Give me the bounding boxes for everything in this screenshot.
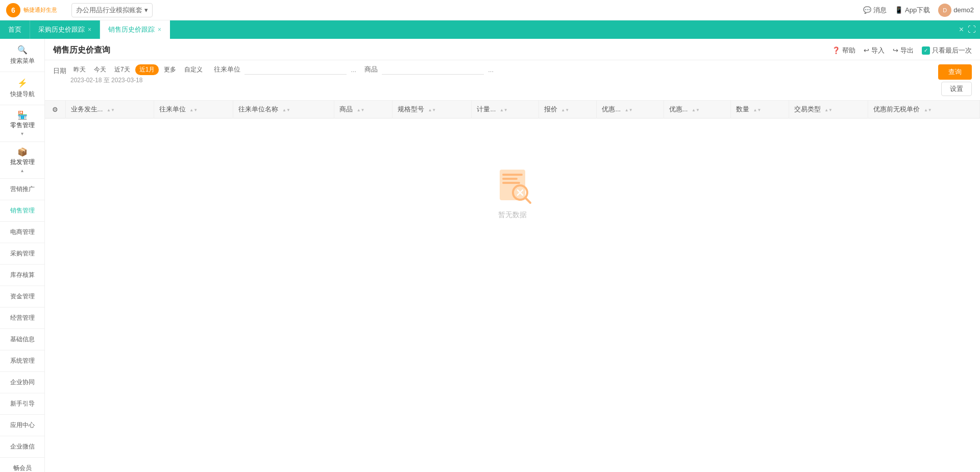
partner-filter-group: 往来单位 ... xyxy=(214,64,356,75)
main-layout: 🔍 搜索菜单 ⚡ 快捷导航 🏪 零售管理 ▾ 📦 批发管理 ▴ 营销推广 销售管… xyxy=(0,39,980,472)
tab-purchase-history[interactable]: 采购历史价跟踪 × xyxy=(30,20,100,39)
sidebar-item-marketing[interactable]: 营销推广 xyxy=(0,179,44,200)
partner-input[interactable] xyxy=(244,64,347,75)
sidebar-item-enterprise[interactable]: 企业协同 xyxy=(0,372,44,393)
date-btn-custom[interactable]: 自定义 xyxy=(181,64,206,75)
sidebar-item-finance[interactable]: 资金管理 xyxy=(0,286,44,308)
col-partner-name[interactable]: 往来单位名称 ▲▼ xyxy=(233,101,334,119)
sort-icon-product: ▲▼ xyxy=(357,108,365,112)
sidebar-item-system-label: 系统管理 xyxy=(10,357,35,365)
sort-icon-quantity: ▲▼ xyxy=(753,108,761,112)
sidebar-item-search[interactable]: 🔍 搜索菜单 xyxy=(0,39,44,72)
col-spec[interactable]: 规格型号 ▲▼ xyxy=(392,101,472,119)
tab-bar-actions: × ⛶ xyxy=(959,25,980,34)
col-biz-date[interactable]: 业务发生... ▲▼ xyxy=(65,101,154,119)
sidebar-item-appstore[interactable]: 应用中心 xyxy=(0,415,44,436)
app-download-button[interactable]: 📱 App下载 xyxy=(895,6,930,15)
sidebar: 🔍 搜索菜单 ⚡ 快捷导航 🏪 零售管理 ▾ 📦 批发管理 ▴ 营销推广 销售管… xyxy=(0,39,45,472)
sidebar-item-wholesale-label: 批发管理 xyxy=(10,158,35,167)
fullscreen-button[interactable]: ⛶ xyxy=(968,25,976,34)
logo-area: 6 畅捷通好生意 xyxy=(6,3,57,17)
page-title: 销售历史价查询 xyxy=(53,45,110,56)
date-range-display: 2023-02-18 至 2023-03-18 xyxy=(70,76,206,85)
sidebar-item-inventory[interactable]: 库存核算 xyxy=(0,265,44,286)
sidebar-item-shortcut[interactable]: ⚡ 快捷导航 xyxy=(0,72,44,105)
col-settings[interactable]: ⚙ xyxy=(45,101,65,119)
sidebar-item-system[interactable]: 系统管理 xyxy=(0,350,44,372)
avatar: D xyxy=(938,4,951,17)
sidebar-item-wechat-label: 企业微信 xyxy=(10,442,35,451)
page-actions: ❓ 帮助 ↩ 导入 ↪ 导出 ✓ 只看最后一次 xyxy=(832,46,972,55)
col-trade-type[interactable]: 交易类型 ▲▼ xyxy=(789,101,868,119)
date-btn-1month[interactable]: 近1月 xyxy=(135,64,159,75)
sort-icon-biz-date: ▲▼ xyxy=(107,108,115,112)
sidebar-item-retail[interactable]: 🏪 零售管理 ▾ xyxy=(0,105,44,142)
sidebar-item-member[interactable]: 畅会员 xyxy=(0,458,44,472)
close-all-tabs-button[interactable]: × xyxy=(959,25,964,34)
help-button[interactable]: ❓ 帮助 xyxy=(832,46,855,55)
app-selector[interactable]: 办公用品行业模拟账套 ▾ xyxy=(71,3,153,17)
sidebar-item-basic-label: 基础信息 xyxy=(10,335,35,344)
top-header: 6 畅捷通好生意 办公用品行业模拟账套 ▾ 💬 消息 📱 App下载 D dem… xyxy=(0,0,980,20)
query-button[interactable]: 查询 xyxy=(938,64,972,80)
sidebar-item-ecommerce-label: 电商管理 xyxy=(10,228,35,237)
product-filter-label: 商品 xyxy=(364,65,378,74)
import-button[interactable]: ↩ 导入 xyxy=(864,46,885,55)
tab-home-label: 首页 xyxy=(8,25,21,34)
svg-rect-3 xyxy=(502,182,520,184)
header-right: 💬 消息 📱 App下载 D demo2 xyxy=(863,4,974,17)
sidebar-item-purchase-label: 采购管理 xyxy=(10,249,35,258)
col-unit[interactable]: 计量... ▲▼ xyxy=(472,101,538,119)
partner-filter-label: 往来单位 xyxy=(214,65,240,74)
sidebar-item-guide[interactable]: 新手引导 xyxy=(0,393,44,415)
col-product[interactable]: 商品 ▲▼ xyxy=(334,101,393,119)
setting-button[interactable]: 设置 xyxy=(941,82,972,96)
date-btn-today[interactable]: 今天 xyxy=(91,64,109,75)
product-filter-group: 商品 ... xyxy=(364,64,494,75)
message-icon: 💬 xyxy=(863,6,871,14)
sort-icon-pretax-price: ▲▼ xyxy=(924,108,932,112)
col-discount1[interactable]: 优惠... ▲▼ xyxy=(597,101,664,119)
col-discount2[interactable]: 优惠... ▲▼ xyxy=(664,101,730,119)
sort-icon-unit: ▲▼ xyxy=(500,108,508,112)
col-quantity[interactable]: 数量 ▲▼ xyxy=(730,101,789,119)
wholesale-expand-icon: ▴ xyxy=(21,168,23,173)
export-icon: ↪ xyxy=(893,46,898,54)
only-last-checkbox[interactable]: ✓ 只看最后一次 xyxy=(922,46,972,55)
sidebar-item-wechat[interactable]: 企业微信 xyxy=(0,436,44,458)
date-btn-more[interactable]: 更多 xyxy=(161,64,179,75)
data-table: ⚙ 业务发生... ▲▼ 往来单位 ▲▼ 往来单位名称 ▲▼ xyxy=(45,101,980,119)
tab-purchase-label: 采购历史价跟踪 xyxy=(38,25,85,34)
sidebar-item-marketing-label: 营销推广 xyxy=(10,185,35,194)
export-button[interactable]: ↪ 导出 xyxy=(893,46,914,55)
tab-sales-history[interactable]: 销售历史价跟踪 × xyxy=(100,20,170,39)
sidebar-item-operations[interactable]: 经营管理 xyxy=(0,308,44,329)
sidebar-item-retail-label: 零售管理 xyxy=(10,121,35,130)
date-btn-yesterday[interactable]: 昨天 xyxy=(70,64,89,75)
tab-purchase-close[interactable]: × xyxy=(88,27,91,33)
product-input[interactable] xyxy=(382,64,484,75)
col-partner-code[interactable]: 往来单位 ▲▼ xyxy=(154,101,233,119)
col-pretax-price[interactable]: 优惠前无税单价 ▲▼ xyxy=(868,101,980,119)
sidebar-item-ecommerce[interactable]: 电商管理 xyxy=(0,222,44,243)
message-button[interactable]: 💬 消息 xyxy=(863,6,887,15)
empty-text: 暂无数据 xyxy=(498,210,527,220)
sidebar-item-sales[interactable]: 销售管理 xyxy=(0,200,44,222)
sidebar-item-purchase[interactable]: 采购管理 xyxy=(0,243,44,265)
user-menu-button[interactable]: D demo2 xyxy=(938,4,974,17)
svg-rect-1 xyxy=(502,174,523,176)
import-icon: ↩ xyxy=(864,46,869,54)
app-name-label: 办公用品行业模拟账套 xyxy=(76,6,142,15)
sidebar-item-wholesale[interactable]: 📦 批发管理 ▴ xyxy=(0,142,44,179)
col-price[interactable]: 报价 ▲▼ xyxy=(538,101,597,119)
date-btn-7days[interactable]: 近7天 xyxy=(111,64,133,75)
content-area: 销售历史价查询 ❓ 帮助 ↩ 导入 ↪ 导出 ✓ 只看最后一次 xyxy=(45,39,980,472)
tab-home[interactable]: 首页 xyxy=(0,20,30,39)
sidebar-item-operations-label: 经营管理 xyxy=(10,314,35,322)
tab-sales-close[interactable]: × xyxy=(158,27,161,33)
date-buttons: 昨天 今天 近7天 近1月 更多 自定义 2023-02-18 至 2023-0… xyxy=(70,64,206,85)
logo-icon: 6 xyxy=(6,3,20,17)
partner-dots: ... xyxy=(351,66,356,74)
sidebar-item-appstore-label: 应用中心 xyxy=(10,421,35,430)
sidebar-item-basic[interactable]: 基础信息 xyxy=(0,329,44,350)
